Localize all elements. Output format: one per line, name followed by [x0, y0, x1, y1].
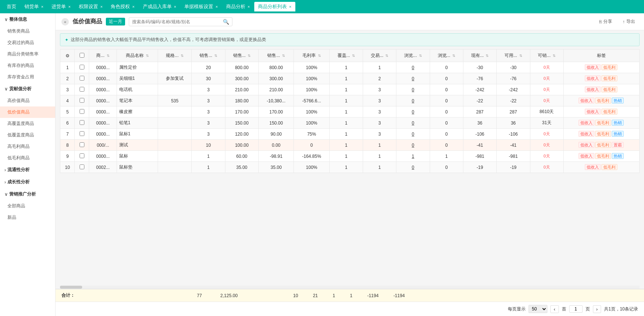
- row-checkbox[interactable]: [80, 120, 84, 125]
- views1-link[interactable]: 0: [412, 76, 415, 81]
- col-tags[interactable]: 标签: [563, 50, 639, 62]
- cell-views1[interactable]: 0: [396, 73, 430, 84]
- cell-checkbox[interactable]: [75, 140, 89, 151]
- col-coverage[interactable]: 覆盖... ⇅: [329, 50, 363, 62]
- close-icon[interactable]: ×: [289, 4, 291, 9]
- views1-link[interactable]: 0: [412, 165, 415, 170]
- cell-checkbox[interactable]: [75, 62, 89, 73]
- collapse-button[interactable]: «: [61, 18, 69, 26]
- cell-views1[interactable]: 0: [396, 118, 430, 129]
- nav-product-analysis-list[interactable]: 商品分析列表 ×: [254, 2, 295, 11]
- select-all-checkbox[interactable]: [80, 53, 84, 58]
- close-icon[interactable]: ×: [132, 4, 134, 9]
- nav-product-analysis[interactable]: 商品分析 ×: [222, 2, 254, 11]
- views1-link[interactable]: 0: [412, 65, 415, 70]
- scrollbar-track[interactable]: [60, 286, 640, 289]
- cell-views1[interactable]: 0: [396, 95, 430, 106]
- close-icon[interactable]: ×: [100, 4, 103, 9]
- col-checkbox[interactable]: [75, 50, 89, 62]
- share-button[interactable]: ⎘ 分享: [596, 17, 615, 26]
- row-checkbox[interactable]: [80, 76, 84, 81]
- col-views2[interactable]: 浏览... ⇅: [430, 50, 463, 62]
- close-icon[interactable]: ×: [174, 4, 176, 9]
- cell-views1[interactable]: 0: [396, 129, 430, 140]
- row-checkbox[interactable]: [80, 65, 84, 69]
- sidebar-item-traded-products[interactable]: 交易过的商品: [0, 37, 55, 48]
- close-icon[interactable]: ×: [41, 4, 43, 9]
- views1-link[interactable]: 0: [412, 143, 415, 148]
- cell-views1[interactable]: 0: [396, 106, 430, 118]
- cell-views1[interactable]: 1: [396, 151, 430, 162]
- close-icon[interactable]: ×: [68, 4, 70, 9]
- views1-link[interactable]: 0: [412, 120, 415, 126]
- col-settings[interactable]: ⚙: [60, 50, 75, 62]
- col-views1[interactable]: 浏览... ⇅: [396, 50, 430, 62]
- row-checkbox[interactable]: [80, 87, 84, 92]
- search-icon[interactable]: 🔍: [223, 19, 229, 25]
- cell-views1[interactable]: 0: [396, 140, 430, 151]
- col-transactions[interactable]: 交易... ⇅: [363, 50, 396, 62]
- row-checkbox[interactable]: [80, 131, 84, 136]
- sidebar-item-low-coverage[interactable]: 低覆盖度商品: [0, 129, 55, 141]
- col-name[interactable]: 商品名称 ⇅: [117, 50, 158, 62]
- nav-sales[interactable]: 销货单 ×: [21, 2, 47, 11]
- row-checkbox[interactable]: [80, 164, 84, 169]
- section-overall[interactable]: ∨ 整体信息: [0, 13, 55, 26]
- row-checkbox[interactable]: [80, 98, 84, 103]
- col-sales-cost[interactable]: 销售... ⇅: [258, 50, 294, 62]
- section-marketing[interactable]: ∨ 营销推广分析: [0, 188, 55, 200]
- section-circulation[interactable]: › 流通性分析: [0, 164, 55, 176]
- sidebar-item-low-value[interactable]: 低价值商品: [0, 106, 55, 118]
- cell-views1[interactable]: 0: [396, 162, 430, 173]
- cell-checkbox[interactable]: [75, 151, 89, 162]
- export-button[interactable]: ↑ 导出: [620, 17, 638, 26]
- views1-link[interactable]: 0: [412, 87, 415, 92]
- views1-link[interactable]: 1: [412, 154, 415, 159]
- sidebar-item-stock-products[interactable]: 有库存的商品: [0, 60, 55, 71]
- sidebar-item-high-value[interactable]: 高价值商品: [0, 95, 55, 106]
- cell-checkbox[interactable]: [75, 129, 89, 140]
- cell-checkbox[interactable]: [75, 84, 89, 95]
- nav-stock-in[interactable]: 产成品入库单 ×: [139, 2, 180, 11]
- views1-link[interactable]: 0: [412, 132, 415, 137]
- section-contribution[interactable]: ∨ 贡献值分析: [0, 83, 55, 95]
- col-gross-rate[interactable]: 毛利率 ⇅: [294, 50, 329, 62]
- next-page-btn[interactable]: ›: [593, 305, 601, 313]
- page-input[interactable]: [569, 305, 583, 313]
- nav-role[interactable]: 角色授权 ×: [107, 2, 138, 11]
- cell-checkbox[interactable]: [75, 118, 89, 129]
- row-checkbox[interactable]: [80, 153, 84, 158]
- col-sales-amt[interactable]: 销售... ⇅: [225, 50, 258, 62]
- section-growth[interactable]: › 成长性分析: [0, 176, 55, 188]
- sidebar-item-high-margin[interactable]: 高毛利商品: [0, 141, 55, 152]
- col-saleable[interactable]: 可销... ⇅: [530, 50, 563, 62]
- close-icon[interactable]: ×: [215, 4, 218, 9]
- close-icon[interactable]: ×: [248, 4, 250, 9]
- col-sales-qty[interactable]: 销售... ⇅: [192, 50, 225, 62]
- views1-link[interactable]: 0: [412, 98, 415, 103]
- col-spec[interactable]: 规格... ⇅: [158, 50, 192, 62]
- sidebar-item-low-margin[interactable]: 低毛利商品: [0, 152, 55, 164]
- period-badge[interactable]: 近一月: [106, 18, 125, 26]
- cell-checkbox[interactable]: [75, 95, 89, 106]
- cell-checkbox[interactable]: [75, 106, 89, 118]
- first-page-btn[interactable]: ‹: [550, 305, 559, 313]
- sidebar-item-new-products[interactable]: 新品: [0, 212, 55, 223]
- col-stock-now[interactable]: 现有... ⇅: [463, 50, 496, 62]
- sidebar-item-category-sales[interactable]: 商品分类销售率: [0, 48, 55, 60]
- cell-views1[interactable]: 0: [396, 62, 430, 73]
- nav-home[interactable]: 首页: [3, 2, 20, 11]
- cell-checkbox[interactable]: [75, 162, 89, 173]
- cell-checkbox[interactable]: [75, 73, 89, 84]
- sidebar-item-high-coverage[interactable]: 高覆盖度商品: [0, 118, 55, 129]
- search-input[interactable]: [132, 19, 221, 24]
- scrollbar-thumb[interactable]: [60, 286, 82, 289]
- cell-views1[interactable]: 0: [396, 84, 430, 95]
- col-available[interactable]: 可用... ⇅: [497, 50, 530, 62]
- per-page-select[interactable]: 50 100: [529, 305, 547, 313]
- row-checkbox[interactable]: [80, 109, 84, 114]
- sidebar-item-sales-products[interactable]: 销售类商品: [0, 26, 55, 37]
- sidebar-item-stock-capital[interactable]: 库存资金占用: [0, 71, 55, 83]
- col-code[interactable]: 商... ⇅: [89, 50, 117, 62]
- views1-link[interactable]: 0: [412, 109, 415, 115]
